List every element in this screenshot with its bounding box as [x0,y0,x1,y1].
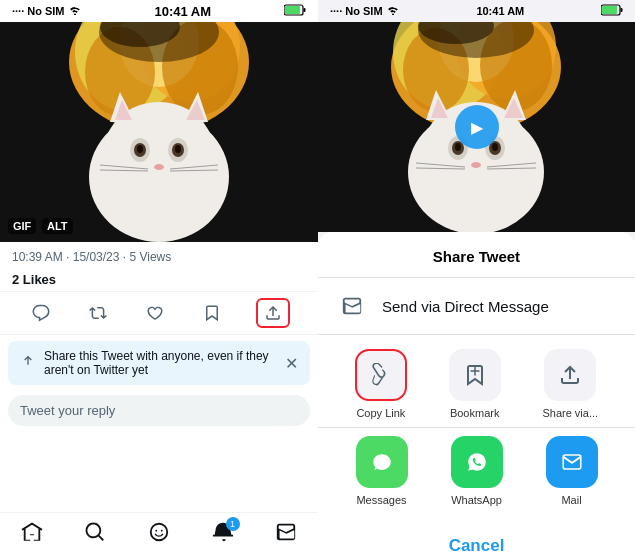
tweet-preview: ▶ [318,22,635,232]
reply-input[interactable]: Tweet your reply [8,395,310,426]
whatsapp-label: WhatsApp [451,494,502,506]
mail-icon [338,292,366,320]
battery-icon [284,4,306,18]
whatsapp-circle [451,436,503,488]
svg-point-22 [137,145,143,153]
direct-message-label: Send via Direct Message [382,298,549,315]
svg-point-54 [455,143,461,151]
svg-rect-1 [285,6,300,14]
share-icons-row-2: Messages WhatsApp Mail [318,428,635,514]
gif-badge: GIF [8,218,36,234]
bookmark-circle [449,349,501,401]
right-wifi-icon [386,5,400,17]
wifi-icon [68,5,82,17]
mail-circle [546,436,598,488]
cancel-button[interactable]: Cancel [330,522,623,560]
notification-badge: 1 [226,517,240,531]
share-banner-icon [20,354,36,373]
svg-rect-33 [602,6,617,14]
messages-circle [356,436,408,488]
left-battery [284,4,306,18]
mail-nav-icon[interactable] [275,521,297,548]
like-button[interactable] [142,300,168,326]
svg-point-24 [154,164,164,170]
copy-link-item[interactable]: Copy Link [355,349,407,419]
home-nav-icon[interactable] [21,521,43,548]
share-banner-text: Share this Tweet with anyone, even if th… [44,349,277,377]
direct-message-option[interactable]: Send via Direct Message [318,278,635,335]
svg-point-23 [175,145,181,153]
bottom-nav: 1 [0,512,318,560]
left-signal: ···· No SIM [12,5,82,17]
tweet-image: GIF ALT [0,22,318,242]
emoji-nav-icon[interactable] [148,521,170,548]
search-nav-icon[interactable] [84,521,106,548]
share-via-circle [544,349,596,401]
mail-item[interactable]: Mail [546,436,598,506]
svg-point-56 [471,162,481,168]
left-time: 10:41 AM [154,4,211,19]
share-sheet: Share Tweet Send via Direct Message Copy… [318,232,635,560]
right-panel: ···· No SIM 10:41 AM [318,0,635,560]
svg-rect-2 [304,8,306,12]
retweet-button[interactable] [85,300,111,326]
tweet-actions [0,291,318,335]
bookmark-item[interactable]: Bookmark [449,349,501,419]
left-status-bar: ···· No SIM 10:41 AM [0,0,318,22]
right-signal: ···· No SIM [330,5,400,17]
bookmark-label: Bookmark [450,407,500,419]
share-banner: Share this Tweet with anyone, even if th… [8,341,310,385]
whatsapp-item[interactable]: WhatsApp [451,436,503,506]
share-title: Share Tweet [318,232,635,278]
close-icon[interactable]: ✕ [285,354,298,373]
alt-badge: ALT [42,218,73,234]
right-battery [601,4,623,18]
share-icons-row-1: Copy Link Bookmark Share via... [318,335,635,428]
svg-point-30 [155,530,157,532]
svg-point-31 [161,530,163,532]
messages-item[interactable]: Messages [356,436,408,506]
svg-rect-34 [621,8,623,12]
svg-point-55 [492,143,498,151]
no-sim-label: No SIM [27,5,64,17]
bookmark-button[interactable] [199,300,225,326]
reply-button[interactable] [28,300,54,326]
svg-point-29 [151,524,168,541]
copy-link-circle [355,349,407,401]
copy-link-label: Copy Link [356,407,405,419]
tweet-meta: 10:39 AM · 15/03/23 · 5 Views [0,242,318,268]
signal-dots: ···· [12,5,24,17]
share-via-item[interactable]: Share via... [542,349,598,419]
right-status-bar: ···· No SIM 10:41 AM [318,0,635,22]
right-time: 10:41 AM [476,5,524,17]
share-button[interactable] [256,298,290,328]
tweet-likes: 2 Likes [0,268,318,291]
share-via-label: Share via... [542,407,598,419]
messages-label: Messages [356,494,406,506]
right-no-sim-label: No SIM [345,5,382,17]
left-panel: ···· No SIM 10:41 AM [0,0,318,560]
bell-nav-icon[interactable]: 1 [212,521,234,548]
mail-label: Mail [561,494,581,506]
play-button[interactable]: ▶ [455,105,499,149]
right-signal-dots: ···· [330,5,342,17]
